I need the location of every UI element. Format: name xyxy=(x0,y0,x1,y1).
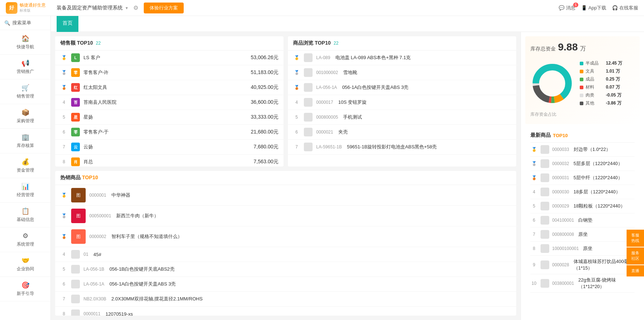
online-service-label: 在线客服 xyxy=(619,5,638,11)
product-name: 手机测试 xyxy=(343,114,511,120)
sidebar-item-finance[interactable]: 💰 资金管理 xyxy=(0,153,50,178)
product-code: LA-59651-1B xyxy=(316,144,342,149)
sidebar-label: 库存核算 xyxy=(17,143,34,149)
search-menu[interactable]: 🔍 搜索菜单 xyxy=(0,16,50,30)
stock-unit: 万 xyxy=(580,45,586,53)
rank-badge: 🥇 xyxy=(60,193,68,198)
legend-label: 文具 xyxy=(586,68,604,74)
product-name: 056-1A白色按键开关盖ABS 3壳 xyxy=(109,281,511,287)
stock-value: 9.88 xyxy=(558,41,578,53)
legend-color-dot xyxy=(580,94,583,97)
rank-badge: 🥇 xyxy=(293,55,300,60)
product-thumb xyxy=(71,280,80,288)
sidebar-item-sales[interactable]: 🛒 销售管理 xyxy=(0,79,50,104)
legend-color-dot xyxy=(580,86,583,89)
legend-value: 0.25 万 xyxy=(606,76,620,82)
tab-home[interactable]: 首页 xyxy=(57,16,78,32)
legend-value: -0.05 万 xyxy=(606,92,621,98)
sidebar-item-operations[interactable]: 📊 经营管理 xyxy=(0,178,50,203)
dropdown-arrow-icon[interactable]: ▾ xyxy=(126,5,128,11)
product-code: 0000002 xyxy=(89,234,106,239)
amount: 36,600.00元 xyxy=(251,99,278,106)
rank-badge: 🥇 xyxy=(530,147,538,152)
mobile-icon: 📱 xyxy=(581,5,587,11)
rank-badge: 🥈 xyxy=(530,161,538,166)
product-name: 雪地靴 xyxy=(343,69,511,76)
topbar-right: 💬 消息 6 📱 App下载 🎧 在线客服 xyxy=(559,5,638,11)
rank-badge: 🥇 xyxy=(60,55,68,60)
rank-badge: 7 xyxy=(60,144,68,149)
product-thumb xyxy=(71,265,80,274)
legend-item: 半成品 12.45 万 xyxy=(580,60,622,66)
amount: 40,925.00元 xyxy=(251,84,278,91)
amount: 51,183.00元 xyxy=(251,69,278,76)
legend-color-dot xyxy=(580,102,583,105)
trial-button[interactable]: 体验行业方案 xyxy=(144,3,184,13)
sidebar-item-system[interactable]: ⚙ 系统管理 xyxy=(0,227,50,252)
product-code: LA-056-1B xyxy=(83,267,104,272)
product-code: 0000030 xyxy=(552,189,569,194)
top-customers-header: 销售额 TOP10 22 xyxy=(55,36,284,50)
np-row: 🥈 0000032 5层多层（1220*2440） xyxy=(530,157,635,171)
settings-button[interactable]: ⚙ xyxy=(131,3,141,13)
rank-badge: 6 xyxy=(60,130,68,135)
sidebar-item-basic-info[interactable]: 📋 基础信息 xyxy=(0,203,50,227)
sidebar-item-quick-nav[interactable]: 🏠 快捷导航 xyxy=(0,30,50,55)
product-code: 000500001 xyxy=(89,213,111,218)
table-row: 5 LA-056-1B 056-1B白色按键开关底ABS2壳 xyxy=(55,262,516,277)
table-row: 6 LA-056-1A 056-1A白色按键开关盖ABS 3壳 xyxy=(55,277,516,292)
rank-badge: 5 xyxy=(60,115,68,120)
app-download-action[interactable]: 📱 App下载 xyxy=(581,5,606,11)
product-name: 22g鱼豆腐-烧烤味（1*12*20） xyxy=(578,277,635,290)
online-service-action[interactable]: 🎧 在线客服 xyxy=(612,5,638,11)
legend-value: 1.01 万 xyxy=(606,68,620,74)
system-selector: 装备及固定资产辅助管理系统 ▾ ⚙ 体验行业方案 xyxy=(57,3,559,13)
product-code: 000800005 xyxy=(316,115,338,120)
avatar: 星 xyxy=(71,113,80,122)
rank-badge: 8 xyxy=(60,159,68,164)
message-action[interactable]: 💬 消息 6 xyxy=(559,5,575,11)
product-code: 003800001 xyxy=(552,281,574,286)
legend-item: 其他 -3.86 万 xyxy=(580,100,622,106)
sidebar-label: 基础信息 xyxy=(17,217,34,223)
live-stream-button[interactable]: 直播 xyxy=(627,265,644,276)
headset-icon: 🎧 xyxy=(612,5,618,11)
legend-color-dot xyxy=(580,78,583,81)
legend-label: 肉类 xyxy=(586,92,604,98)
sidebar-item-purchase[interactable]: 📦 采购管理 xyxy=(0,104,50,129)
rank-badge: 🥈 xyxy=(293,70,300,75)
np-row: 10 003800001 22g鱼豆腐-烧烤味（1*12*20） xyxy=(530,274,635,293)
amount: 21,680.00元 xyxy=(251,129,278,135)
service-community-button[interactable]: 服务 社区 xyxy=(627,247,644,264)
sidebar-item-enterprise[interactable]: 🤝 企业协同 xyxy=(0,252,50,277)
table-row: 8 0000011 12070519-xs xyxy=(55,307,516,316)
table-row: 🥉 LA-056-1A 056-1A白色按键开关盖ABS 3壳 xyxy=(288,80,516,95)
product-thumb xyxy=(71,250,80,259)
new-products-list: 🥇 0000033 封边带（1.0*22） 🥈 0000032 5层多层（122… xyxy=(530,143,635,293)
sidebar-item-guide[interactable]: 🎯 新手引导 xyxy=(0,277,50,301)
message-icon: 💬 xyxy=(559,5,564,11)
product-name: 18颗粒板（1220*2440） xyxy=(574,203,635,209)
logo-sub: 标准版 xyxy=(20,8,46,13)
sidebar-item-marketing[interactable]: 📢 营销推广 xyxy=(0,55,50,79)
rank-badge: 8 xyxy=(60,311,68,316)
customer-service-button[interactable]: 客服 热线 xyxy=(627,230,644,247)
table-row: 4 苔 苔南县人民医院 36,600.00元 xyxy=(55,95,284,110)
table-row: 🥇 LA-089 电池盖 LA-089 ABS本色+黑种 7.1克 xyxy=(288,50,516,65)
product-name: 原坐 xyxy=(578,231,635,238)
top-customers-list: 🥇 L LS 客户 53,006.26元 🥈 零 零售客户-许 51,183.0… xyxy=(55,50,284,167)
legend-item: 肉类 -0.05 万 xyxy=(580,92,622,98)
rank-badge: 7 xyxy=(530,232,538,237)
product-code: 001000002 xyxy=(316,70,338,75)
sidebar-item-inventory[interactable]: 🏢 库存核算 xyxy=(0,129,50,153)
product-name: 体城嘉枝味苏打饮品400毫升（1*15） xyxy=(574,258,635,271)
product-code: LA-089 xyxy=(316,55,330,60)
system-icon: ⚙ xyxy=(23,232,28,240)
donut-chart xyxy=(530,62,574,105)
sidebar-label: 快捷导航 xyxy=(17,44,34,50)
product-thumb xyxy=(71,295,80,303)
info-icon: 📋 xyxy=(21,207,29,215)
product-name: 智利车子里（规格不知道填什么） xyxy=(111,233,511,240)
product-code: 0000011 xyxy=(83,311,101,316)
table-row: 4 01 45# xyxy=(55,247,516,262)
